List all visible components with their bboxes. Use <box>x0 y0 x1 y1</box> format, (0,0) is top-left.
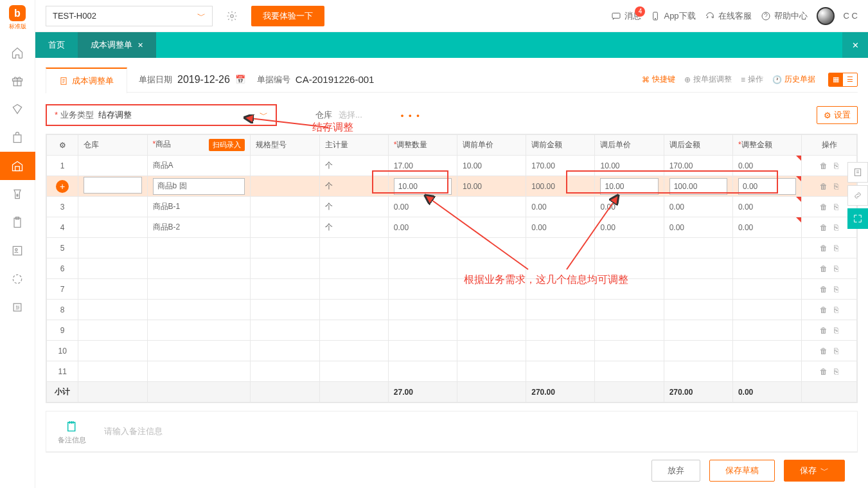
table-row[interactable]: 4商品B-2个0.000.000.000.000.00🗑⎘ <box>47 217 857 238</box>
post-amt-cell-input[interactable]: 100.00 <box>669 178 727 195</box>
gear-icon[interactable] <box>222 6 242 26</box>
scan-tag[interactable]: 扫码录入 <box>209 139 245 151</box>
copy-row-icon[interactable]: ⎘ <box>834 161 838 170</box>
nav-home-icon[interactable] <box>0 39 35 67</box>
discard-button[interactable]: 放弃 <box>651 460 700 482</box>
delete-row-icon[interactable]: 🗑 <box>820 305 828 314</box>
copy-row-icon[interactable]: ⎘ <box>834 305 838 314</box>
more-dots[interactable]: • • • <box>401 111 421 120</box>
delete-row-icon[interactable]: 🗑 <box>820 347 828 356</box>
by-doc-adjust-link[interactable]: ⊕ 按单据调整 <box>684 74 732 85</box>
th-adj-amt: *调整金额 <box>732 135 801 156</box>
company-selector[interactable]: TEST-H002 ﹀ <box>46 6 213 26</box>
nav-clipboard-icon[interactable] <box>0 208 35 237</box>
nav-warehouse-icon[interactable] <box>0 152 35 180</box>
table-header-row: ⚙ 仓库 *商品扫码录入 规格型号 主计量 *调整数量 调前单价 调前金额 调后… <box>47 135 857 156</box>
chevron-down-icon: ﹀ <box>197 10 206 22</box>
delete-row-icon[interactable]: 🗑 <box>820 244 828 253</box>
close-all-tabs[interactable]: ✕ <box>842 32 868 58</box>
online-service-link[interactable]: 在线客服 <box>705 10 752 22</box>
business-type-select[interactable]: *业务类型 结存调整 ﹀ <box>46 104 277 126</box>
table-row[interactable]: 6🗑⎘ <box>47 258 857 279</box>
table-row[interactable]: 8🗑⎘ <box>47 300 857 320</box>
copy-row-icon[interactable]: ⎘ <box>834 244 838 253</box>
nav-loading-icon[interactable] <box>0 265 35 293</box>
delete-row-icon[interactable]: 🗑 <box>820 161 828 170</box>
content-area: 成本调整单 单据日期 2019-12-26 📅 单据编号 CA-20191226… <box>35 58 868 488</box>
expand-tool-icon[interactable] <box>847 208 868 229</box>
warehouse-select[interactable]: 选择... <box>339 109 362 121</box>
copy-row-icon[interactable]: ⎘ <box>834 285 838 294</box>
footer: 放弃 保存草稿 保存 ﹀ <box>46 452 858 488</box>
operate-link[interactable]: ≡ 操作 <box>741 74 763 85</box>
copy-row-icon[interactable]: ⎘ <box>834 367 838 376</box>
tab-cost-adjust[interactable]: 成本调整单✕ <box>78 32 156 58</box>
help-center-link[interactable]: 帮助中心 <box>761 10 808 22</box>
doc-no-label: 单据编号 <box>257 74 290 86</box>
svg-rect-12 <box>612 13 620 18</box>
date-label: 单据日期 <box>139 74 172 86</box>
delete-row-icon[interactable]: 🗑 <box>820 285 828 294</box>
delete-row-icon[interactable]: 🗑 <box>820 326 828 335</box>
adj-amt-cell-input[interactable]: 0.00 <box>738 178 796 195</box>
th-product: *商品扫码录入 <box>147 135 251 156</box>
th-pre-amt: 调前金额 <box>526 135 595 156</box>
date-value[interactable]: 2019-12-26 <box>177 74 230 86</box>
copy-row-icon[interactable]: ⎘ <box>834 326 838 335</box>
post-price-cell-input[interactable]: 10.00 <box>600 178 658 195</box>
app-download-link[interactable]: App下载 <box>650 10 695 22</box>
table-row[interactable]: 1商品A个17.0010.00170.0010.00170.000.00🗑⎘ <box>47 156 857 176</box>
table-row[interactable]: 3商品B-1个0.000.000.000.000.00🗑⎘ <box>47 197 857 217</box>
copy-row-icon[interactable]: ⎘ <box>834 264 838 273</box>
nav-contact-icon[interactable] <box>0 237 35 265</box>
logo-icon: b <box>9 5 26 21</box>
table-row[interactable]: 9🗑⎘ <box>47 320 857 341</box>
data-table: ⚙ 仓库 *商品扫码录入 规格型号 主计量 *调整数量 调前单价 调前金额 调后… <box>46 134 858 403</box>
remarks-input[interactable]: 请输入备注信息 <box>98 426 857 437</box>
try-button[interactable]: 我要体验一下 <box>251 6 324 26</box>
doc-tab[interactable]: 成本调整单 <box>46 68 127 93</box>
save-button[interactable]: 保存 ﹀ <box>784 460 845 482</box>
delete-row-icon[interactable]: 🗑 <box>820 182 828 191</box>
nav-new-icon[interactable]: 新 <box>0 293 35 321</box>
qty-cell-input[interactable]: 10.00 <box>394 178 452 195</box>
th-post-amt: 调后金额 <box>664 135 732 156</box>
warehouse-cell-input[interactable] <box>84 177 141 194</box>
delete-row-icon[interactable]: 🗑 <box>820 223 828 232</box>
view-toggle[interactable]: ▦☰ <box>828 73 858 87</box>
nav-diamond-icon[interactable] <box>0 95 35 123</box>
table-row[interactable]: 7🗑⎘ <box>47 279 857 300</box>
copy-row-icon[interactable]: ⎘ <box>834 347 838 356</box>
table-row[interactable]: 10🗑⎘ <box>47 341 857 361</box>
messages-link[interactable]: 消息 4 <box>611 10 641 22</box>
avatar[interactable] <box>817 7 835 25</box>
history-link[interactable]: 🕐 历史单据 <box>772 74 815 85</box>
logo: b 标准版 <box>4 5 30 31</box>
tab-home[interactable]: 首页 <box>35 32 78 58</box>
close-icon[interactable]: ✕ <box>137 41 143 50</box>
settings-button[interactable]: ⚙设置 <box>817 106 858 124</box>
table-row[interactable]: 11🗑⎘ <box>47 361 857 382</box>
th-post-price: 调后单价 <box>595 135 664 156</box>
note-tool-icon[interactable] <box>847 162 868 183</box>
delete-row-icon[interactable]: 🗑 <box>820 264 828 273</box>
copy-row-icon[interactable]: ⎘ <box>834 182 838 191</box>
copy-row-icon[interactable]: ⎘ <box>834 223 838 232</box>
delete-row-icon[interactable]: 🗑 <box>820 203 828 212</box>
link-tool-icon[interactable] <box>847 185 868 206</box>
chevron-down-icon: ﹀ <box>820 465 829 476</box>
table-row[interactable]: 5🗑⎘ <box>47 238 857 258</box>
copy-row-icon[interactable]: ⎘ <box>834 203 838 212</box>
nav-money-icon[interactable] <box>0 180 35 208</box>
th-gear[interactable]: ⚙ <box>47 135 78 156</box>
save-draft-button[interactable]: 保存草稿 <box>709 460 775 482</box>
add-row-icon[interactable]: + <box>56 180 69 193</box>
nav-bag-icon[interactable] <box>0 123 35 152</box>
shortcut-link[interactable]: ⌘ 快捷键 <box>642 74 675 85</box>
table-row[interactable]: +商品b 固个10.0010.00100.0010.00100.000.00🗑⎘ <box>47 176 857 197</box>
delete-row-icon[interactable]: 🗑 <box>820 367 828 376</box>
product-cell-input[interactable]: 商品b 固 <box>153 178 245 195</box>
calendar-icon[interactable]: 📅 <box>235 75 245 84</box>
nav-gift-icon[interactable] <box>0 67 35 95</box>
svg-rect-6 <box>13 246 21 255</box>
